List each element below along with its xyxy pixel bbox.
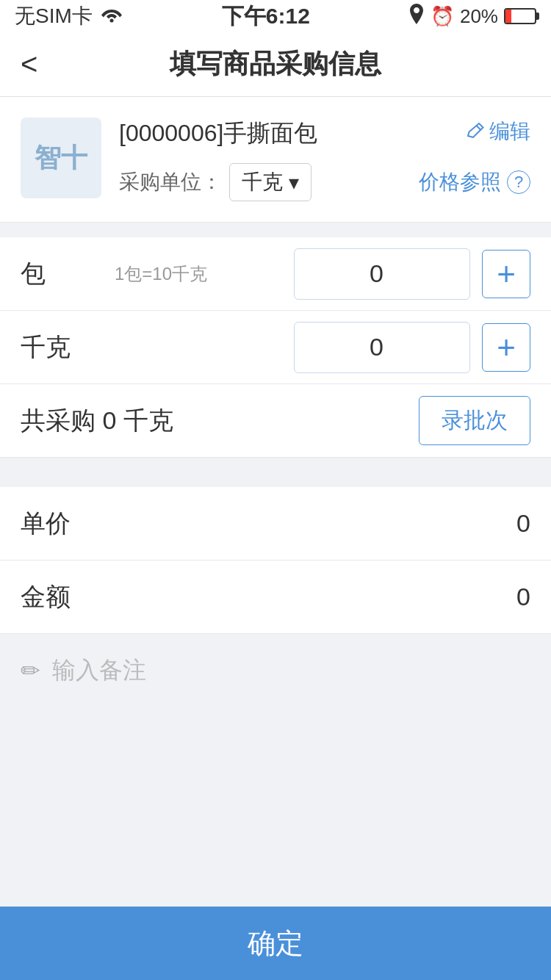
purchase-unit-row: 采购单位： 千克 ▾ 价格参照 ? (119, 163, 530, 201)
product-name: [0000006]手撕面包 (119, 118, 317, 150)
price-section: 单价 0 金额 0 (0, 487, 551, 634)
section-divider-2 (0, 458, 551, 472)
kg-input-row: 千克 + (0, 311, 551, 384)
bag-input-section: 包 1包=10千克 + 千克 + (0, 237, 551, 384)
bag-label: 包 (21, 257, 109, 291)
kg-plus-button[interactable]: + (482, 323, 530, 372)
unit-price-value: 0 (516, 509, 530, 538)
unit-value: 千克 (242, 168, 283, 196)
summary-text: 共采购 0 千克 (21, 404, 173, 438)
remark-section[interactable]: ✏ 输入备注 (0, 634, 551, 707)
product-thumbnail: 智十 (21, 118, 101, 198)
unit-price-row: 单价 0 (0, 487, 551, 561)
wifi-icon (100, 4, 123, 28)
svg-point-0 (109, 19, 113, 23)
dropdown-icon: ▾ (289, 170, 299, 195)
bag-sublabel: 1包=10千克 (115, 262, 207, 286)
bag-plus-button[interactable]: + (482, 250, 530, 298)
kg-input-wrap: + (109, 322, 530, 373)
bag-input[interactable] (294, 248, 470, 300)
bag-input-row: 包 1包=10千克 + (0, 237, 551, 311)
alarm-icon: ⏰ (431, 5, 454, 28)
amount-row: 金额 0 (0, 561, 551, 634)
page-title: 填写商品采购信息 (170, 46, 381, 82)
battery-text: 20% (460, 5, 498, 28)
content-spacer (0, 707, 551, 928)
bag-input-wrap: + (207, 248, 530, 300)
nav-bar: < 填写商品采购信息 (0, 32, 551, 97)
purchase-unit-label: 采购单位： (119, 168, 222, 196)
confirm-button[interactable]: 确定 (0, 907, 551, 980)
remark-placeholder: 输入备注 (52, 655, 146, 687)
amount-value: 0 (516, 583, 530, 611)
summary-row: 共采购 0 千克 录批次 (0, 384, 551, 458)
pencil-icon: ✏ (21, 657, 40, 685)
location-icon (408, 4, 425, 29)
amount-label: 金额 (21, 580, 71, 614)
battery-icon (504, 8, 536, 24)
unit-select[interactable]: 千克 ▾ (229, 163, 311, 201)
info-icon: ? (507, 170, 530, 194)
edit-button[interactable]: 编辑 (466, 118, 530, 145)
status-time: 下午6:12 (222, 1, 310, 32)
batch-button[interactable]: 录批次 (419, 396, 530, 445)
status-right: ⏰ 20% (408, 4, 536, 29)
kg-input[interactable] (294, 322, 470, 373)
carrier-text: 无SIM卡 (15, 2, 93, 30)
back-button[interactable]: < (21, 48, 37, 81)
kg-label: 千克 (21, 331, 109, 364)
section-divider-1 (0, 223, 551, 237)
unit-price-label: 单价 (21, 507, 71, 541)
product-name-row: [0000006]手撕面包 编辑 (119, 118, 530, 150)
status-left: 无SIM卡 (15, 2, 123, 30)
status-bar: 无SIM卡 下午6:12 ⏰ 20% (0, 0, 551, 32)
product-info: [0000006]手撕面包 编辑 采购单位： 千克 ▾ 价格参照 ? (119, 118, 530, 201)
price-ref-button[interactable]: 价格参照 ? (419, 168, 530, 196)
product-card: 智十 [0000006]手撕面包 编辑 采购单位： 千克 ▾ 价格参照 ? (0, 97, 551, 223)
